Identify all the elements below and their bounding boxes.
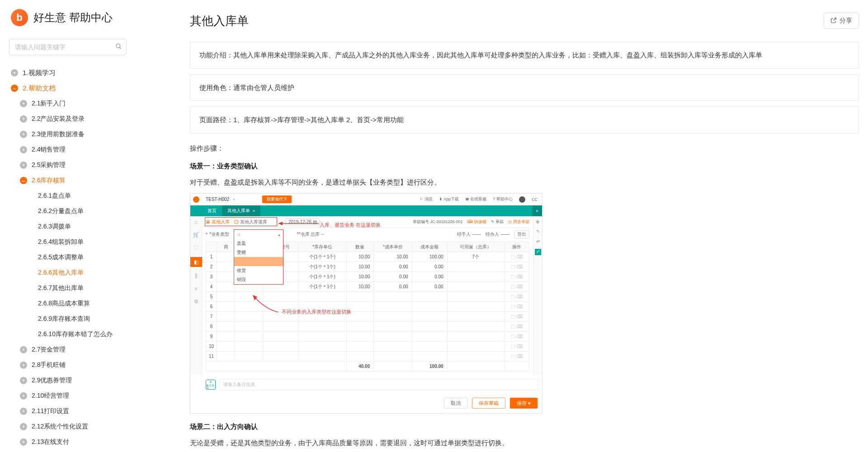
expand-icon: +: [20, 146, 27, 153]
cancel-button[interactable]: 取消: [444, 398, 467, 409]
nav-item[interactable]: +2.11打印设置: [9, 404, 136, 419]
shot-tab-home[interactable]: 首页: [202, 205, 222, 216]
nav-item[interactable]: –2.帮助文档: [9, 81, 136, 96]
nav-label: 2.7资金管理: [32, 346, 66, 354]
dropdown-option[interactable]: [234, 257, 283, 266]
box-icon[interactable]: ⬚: [193, 244, 199, 251]
embedded-screenshot: TEST-H002 ▾ 我要做代下 ⚐ 消息⬇ App下载☎ 在线客服? 帮助中…: [190, 193, 542, 414]
nav-label: 2.6.2分量盘点单: [38, 207, 84, 215]
col-header: 商: [217, 242, 235, 252]
brand-name: 好生意 帮助中心: [33, 10, 113, 25]
search-input[interactable]: [9, 39, 127, 55]
shot-left-rail: ⌂ 🛒 ⬚ ◧ ₿ ≡ ⚙: [190, 216, 202, 375]
nav-item[interactable]: 2.6.10库存账本错了怎么办: [9, 327, 136, 342]
nav-item[interactable]: –2.6库存核算: [9, 173, 136, 188]
top-link[interactable]: ⬇ App下载: [439, 196, 459, 202]
top-link[interactable]: CC: [532, 197, 538, 202]
tool-icon[interactable]: ✎: [535, 229, 541, 235]
nav-item[interactable]: +2.8手机旺铺: [9, 357, 136, 373]
report-icon[interactable]: ≡: [193, 286, 199, 292]
table-row: 7⬚ ⌫: [206, 312, 529, 322]
col-header: [206, 242, 217, 252]
nav-item[interactable]: +2.14常见问题: [9, 450, 136, 452]
top-link[interactable]: ☎ 在线客服: [465, 196, 487, 202]
nav-item[interactable]: 2.6.9库存账本查询: [9, 311, 136, 327]
tool-icon[interactable]: ⤢: [535, 249, 541, 255]
nav-item[interactable]: +2.12系统个性化设置: [9, 419, 136, 434]
remark-input[interactable]: 请输入备注信息: [219, 379, 538, 390]
dropdown-option[interactable]: 收货: [234, 266, 283, 275]
svg-marker-3: [278, 222, 283, 225]
col-header: 成本金额: [412, 242, 447, 252]
nav-label: 2.1新手入门: [32, 100, 66, 108]
biz-type-dropdown[interactable]: ⊗▴ 盘盈受赠收货销毁: [234, 229, 283, 239]
scene2-title: 场景二：出入方向确认: [190, 423, 859, 431]
expand-icon: +: [20, 362, 27, 369]
share-button[interactable]: 分享: [824, 13, 859, 29]
nav-item[interactable]: 2.6.2分量盘点单: [9, 204, 136, 219]
nav-label: 2.13在线支付: [32, 438, 69, 446]
table-row: 6⬚ ⌫: [206, 302, 529, 312]
nav-item[interactable]: +1.视频学习: [9, 65, 136, 81]
nav-item[interactable]: +2.4销售管理: [9, 142, 136, 157]
nav-label: 2.6库存核算: [32, 176, 66, 185]
nav-item[interactable]: 2.6.7其他出库单: [9, 281, 136, 296]
inventory-icon[interactable]: ◧: [190, 257, 202, 267]
expand-icon: +: [20, 423, 27, 430]
dropdown-option[interactable]: 受赠: [234, 248, 283, 257]
top-link[interactable]: ⚐ 消息: [420, 196, 433, 202]
save-draft-button[interactable]: 保存草稿: [472, 398, 505, 409]
nav-item[interactable]: 2.6.1盘点单: [9, 188, 136, 204]
tool-icon[interactable]: ◉: [535, 219, 541, 225]
nav-item[interactable]: +2.7资金管理: [9, 342, 136, 357]
nav-label: 2.8手机旺铺: [32, 361, 66, 369]
cart-icon[interactable]: 🛒: [193, 232, 199, 238]
wallet-icon[interactable]: ₿: [193, 273, 199, 280]
avatar[interactable]: [519, 196, 525, 203]
shot-tab-current[interactable]: 其他入库单×: [222, 205, 260, 216]
nav-label: 2.6.10库存账本错了怎么办: [38, 330, 113, 338]
radio-inbound[interactable]: 其他入库: [206, 219, 230, 225]
export-button[interactable]: 导出: [514, 230, 529, 238]
share-icon: [830, 17, 837, 25]
share-label: 分享: [840, 17, 852, 25]
nav-item[interactable]: 2.6.6其他入库单: [9, 265, 136, 281]
nav-item[interactable]: +2.10经营管理: [9, 388, 136, 404]
shot-cta-button[interactable]: 我要做代下: [262, 195, 292, 203]
nav-item[interactable]: +2.13在线支付: [9, 434, 136, 450]
expand-icon: +: [20, 100, 27, 107]
settings-icon[interactable]: ⚙: [193, 299, 199, 305]
brand: b 好生意 帮助中心: [9, 9, 136, 26]
nav-label: 2.6.3调拨单: [38, 223, 71, 231]
nav-item[interactable]: 2.6.4组装拆卸单: [9, 234, 136, 250]
save-button[interactable]: 保存 ▾: [510, 398, 538, 409]
doc-code: 单据编号 JC-20191226-001: [413, 219, 463, 225]
nav-item[interactable]: 2.6.3调拨单: [9, 219, 136, 234]
tool-icon[interactable]: ⇄: [535, 239, 541, 245]
nav-item[interactable]: +2.9优惠券管理: [9, 373, 136, 388]
nav-item[interactable]: +2.5采购管理: [9, 157, 136, 173]
search-icon[interactable]: [115, 43, 122, 51]
home-icon[interactable]: ⌂: [193, 219, 199, 225]
brand-logo: b: [11, 9, 28, 26]
nav-item[interactable]: 2.6.8商品成本重算: [9, 296, 136, 311]
col-header: *成本单价: [374, 242, 412, 252]
svg-line-1: [119, 47, 121, 48]
col-header: 操作: [504, 242, 529, 252]
close-icon[interactable]: ×: [253, 209, 255, 213]
search: [9, 39, 127, 55]
annotation-text: 入库、退货业务 在这里切换: [320, 222, 381, 228]
shot-tabs-close-icon[interactable]: ×: [532, 205, 542, 216]
nav-item[interactable]: +2.1新手入门: [9, 96, 136, 111]
nav-label: 2.6.1盘点单: [38, 192, 71, 200]
dropdown-option[interactable]: 销毁: [234, 275, 283, 284]
nav-item[interactable]: +2.2产品安装及登录: [9, 111, 136, 127]
nav-item[interactable]: +2.3使用前数据准备: [9, 127, 136, 142]
steps-label: 操作步骤：: [190, 144, 859, 153]
top-link[interactable]: ? 帮助中心: [493, 196, 513, 202]
date-field[interactable]: 2019-12-26 ▤: [285, 219, 320, 225]
nav-label: 2.帮助文档: [23, 84, 56, 93]
radio-return[interactable]: 其他入库退库: [234, 219, 267, 225]
dropdown-option[interactable]: 盘盈: [234, 239, 283, 248]
nav-item[interactable]: 2.6.5成本调整单: [9, 250, 136, 265]
